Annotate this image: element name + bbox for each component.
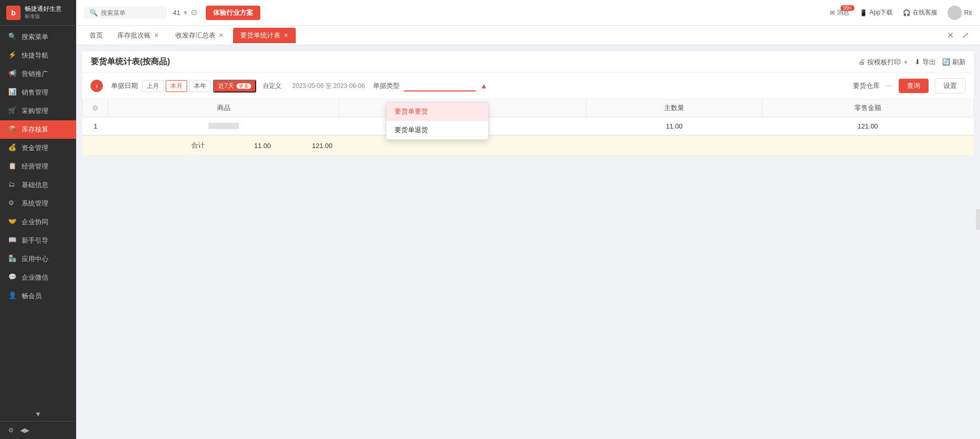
tab-receivable-label: 收发存汇总表: [175, 31, 216, 40]
search-input[interactable]: [101, 9, 162, 16]
dropdown-item-order-goods[interactable]: 要货单要货: [386, 102, 488, 121]
basic-icon: 🗂: [8, 180, 17, 190]
online-service-label: 在线客服: [913, 8, 937, 17]
expand-icon: ›: [96, 82, 98, 90]
settings-icon[interactable]: ⚙: [8, 427, 14, 434]
sidebar-item-sales[interactable]: 📊 销售管理: [0, 83, 76, 102]
tab-receivable-close[interactable]: ✕: [219, 32, 224, 39]
settings-button[interactable]: 设置: [935, 78, 966, 94]
sidebar-label-member: 畅会员: [22, 291, 42, 301]
export-button[interactable]: ⬇ 导出: [915, 58, 936, 67]
cell-qty: 11.00: [586, 117, 762, 135]
app-download-item[interactable]: 📱 App下载: [860, 8, 893, 17]
sidebar-label-purchase: 采购管理: [22, 106, 48, 116]
gear-icon[interactable]: ⚙: [190, 8, 198, 17]
tabs-actions: ✕ ⤢: [944, 29, 972, 41]
tab-order-stat-close[interactable]: ✕: [283, 32, 289, 39]
refresh-button[interactable]: 🔄 刷新: [942, 58, 966, 67]
sidebar-scroll-down[interactable]: ▼: [0, 407, 76, 421]
sidebar-item-enterprise[interactable]: 🤝 企业协同: [0, 213, 76, 231]
col-settings-icon[interactable]: ⚙: [92, 104, 99, 112]
type-dropdown-menu: 要货单要货 要货单退货: [386, 102, 489, 140]
sidebar-logo: b 畅捷通好生意 标准版: [0, 0, 76, 26]
sidebar-item-inventory[interactable]: 📦 库存核算: [0, 120, 76, 139]
sidebar-item-wechat[interactable]: 💬 企业微信: [0, 268, 76, 287]
page-title: 要货单统计表(按商品): [91, 57, 170, 67]
sidebar-item-quicknav[interactable]: ⚡ 快捷导航: [0, 46, 76, 65]
sidebar-item-member[interactable]: 👤 畅会员: [0, 287, 76, 305]
warehouse-filter-label: 要货仓库: [853, 81, 880, 90]
messages-badge: 99+: [841, 5, 854, 11]
table-area: ⚙ 商品 主计量单位 主数量 零售金额 1: [82, 99, 974, 135]
tab-order-stat[interactable]: 要货单统计表 ✕: [233, 28, 296, 43]
operations-icon: 📋: [8, 162, 17, 171]
sidebar-label-system: 系统管理: [22, 199, 48, 208]
date-prev-month[interactable]: 上月: [142, 80, 164, 92]
sidebar-item-finance[interactable]: 💰 资金管理: [0, 139, 76, 157]
sidebar-item-system[interactable]: ⚙ 系统管理: [0, 194, 76, 213]
guide-icon: 📖: [8, 236, 17, 245]
topbar-search[interactable]: 🔍: [84, 7, 167, 19]
filter-expand-button[interactable]: ›: [91, 80, 103, 92]
sidebar-item-purchase[interactable]: 🛒 采购管理: [0, 102, 76, 120]
sidebar-bottom: ⚙ ◀▶: [0, 421, 76, 439]
page-title-actions: 🖨 按模板打印 ▼ ⬇ 导出 🔄 刷新: [859, 58, 966, 67]
sidebar-label-operations: 经营管理: [22, 162, 48, 171]
sidebar-item-operations[interactable]: 📋 经营管理: [0, 157, 76, 176]
user-avatar-item[interactable]: Rit: [948, 6, 972, 20]
tab-count: 41: [173, 9, 180, 16]
sidebar-label-marketing: 营销推广: [22, 69, 48, 79]
col-product: 商品: [109, 99, 340, 117]
date-year[interactable]: 本年: [189, 80, 211, 92]
warehouse-filter-group: 要货仓库 ··· 查询 设置: [853, 78, 966, 94]
type-filter-input[interactable]: [404, 81, 476, 92]
phone-icon: 📱: [860, 9, 867, 16]
right-scrollbar-handle[interactable]: [976, 209, 980, 230]
tab-close-all[interactable]: ✕: [944, 29, 957, 41]
promotion-button[interactable]: 体验行业方案: [206, 6, 260, 20]
date-filter-label: 单据日期: [111, 81, 138, 90]
tab-fullscreen[interactable]: ⤢: [959, 29, 972, 41]
sidebar-label-inventory: 库存核算: [22, 125, 48, 134]
print-dropdown-icon[interactable]: ▼: [903, 59, 908, 65]
sidebar-item-basic[interactable]: 🗂 基础信息: [0, 176, 76, 194]
print-button[interactable]: 🖨 按模板打印 ▼: [859, 58, 908, 67]
col-settings[interactable]: ⚙: [83, 99, 109, 117]
sidebar-collapse-btn[interactable]: ◀▶: [20, 427, 29, 434]
app-version: 标准版: [25, 13, 62, 20]
search-icon: 🔍: [8, 32, 17, 42]
date-filter-group: 单据日期 上月 本月 本年 近7天 更多 自定义 2023-05-06 至 20…: [111, 80, 365, 93]
date-custom[interactable]: 自定义: [258, 80, 286, 92]
sidebar-item-marketing[interactable]: 📢 营销推广: [0, 65, 76, 83]
query-button[interactable]: 查询: [899, 79, 929, 93]
sales-icon: 📊: [8, 88, 17, 97]
warehouse-more-icon[interactable]: ···: [886, 81, 893, 90]
sidebar-item-search[interactable]: 🔍 搜索菜单: [0, 28, 76, 46]
sidebar-label-search: 搜索菜单: [22, 32, 48, 42]
messages-item[interactable]: ✉ 消息 99+: [830, 8, 849, 17]
dropdown-item-order-return[interactable]: 要货单退货: [386, 121, 488, 139]
message-icon: ✉: [830, 9, 835, 16]
tab-receivable[interactable]: 收发存汇总表 ✕: [168, 28, 231, 43]
online-service-item[interactable]: 🎧 在线客服: [903, 8, 937, 17]
tab-home-label: 首页: [90, 31, 103, 40]
sidebar-label-sales: 销售管理: [22, 88, 48, 97]
tab-batch-close[interactable]: ✕: [154, 32, 159, 39]
page-card: 要货单统计表(按商品) 🖨 按模板打印 ▼ ⬇ 导出 🔄 刷新: [82, 51, 974, 155]
date-curr-month[interactable]: 本月: [166, 80, 187, 92]
sidebar-item-guide[interactable]: 📖 新手引导: [0, 231, 76, 250]
col-qty: 主数量: [586, 99, 762, 117]
tab-home[interactable]: 首页: [84, 28, 108, 43]
sidebar-label-basic: 基础信息: [22, 180, 48, 190]
chevron-down-icon[interactable]: ▼: [182, 9, 188, 16]
refresh-label: 刷新: [952, 58, 966, 67]
tab-count-area: 41 ▼ ⚙: [173, 8, 198, 17]
date-7days[interactable]: 近7天 更多: [213, 80, 256, 93]
print-label: 按模板打印: [867, 58, 901, 67]
sidebar-label-quicknav: 快捷导航: [22, 51, 48, 60]
topbar-right: ✉ 消息 99+ 📱 App下载 🎧 在线客服 Rit: [830, 6, 972, 20]
type-dropdown-btn[interactable]: ▲: [480, 82, 487, 90]
sidebar-item-appstore[interactable]: 🏪 应用中心: [0, 250, 76, 268]
tab-batch[interactable]: 库存批次账 ✕: [110, 28, 166, 43]
main-content: 🔍 41 ▼ ⚙ 体验行业方案 ✉ 消息 99+ 📱 App下载 🎧 在线客服: [76, 0, 980, 439]
